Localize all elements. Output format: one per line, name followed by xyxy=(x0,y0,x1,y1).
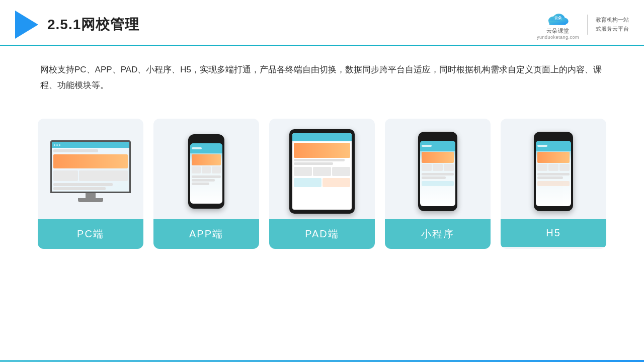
phone-screen xyxy=(190,143,222,204)
h5-screen xyxy=(536,141,571,206)
svg-text:云朵: 云朵 xyxy=(554,16,562,20)
h5-phone xyxy=(534,132,573,211)
header-left: 2.5.1网校管理 xyxy=(15,11,139,39)
h5-image-area xyxy=(501,119,606,219)
tablet-device xyxy=(289,129,355,214)
brand-name: 云朵课堂 xyxy=(546,27,570,35)
phone-notch-mini xyxy=(432,136,443,139)
page-title: 2.5.1网校管理 xyxy=(47,15,139,34)
miniapp-image-area xyxy=(385,119,491,219)
phone-notch-h5 xyxy=(548,136,559,139)
bottom-bar xyxy=(0,360,644,362)
brand-tagline: 教育机构一站 式服务云平台 xyxy=(596,16,629,33)
miniapp-label: 小程序 xyxy=(385,219,491,249)
brand-url: yunduoketang.com xyxy=(537,35,579,40)
miniapp-screen xyxy=(420,141,455,206)
cards-container: PC端 xyxy=(0,104,644,264)
phone-notch xyxy=(201,138,212,141)
miniapp-card: 小程序 xyxy=(385,119,491,249)
h5-card: H5 xyxy=(501,119,606,249)
app-image-area xyxy=(153,119,259,219)
app-phone xyxy=(188,134,224,209)
cloud-icon: 云朵 xyxy=(545,9,571,27)
pad-image-area xyxy=(269,119,375,219)
description-text: 网校支持PC、APP、PAD、小程序、H5，实现多端打通，产品各终端自由切换，数… xyxy=(0,46,644,99)
pc-image-area xyxy=(38,119,143,219)
miniapp-phone xyxy=(418,132,457,211)
pc-card: PC端 xyxy=(38,119,143,249)
app-card: APP端 xyxy=(153,119,259,249)
pc-label: PC端 xyxy=(38,219,143,249)
pad-card: PAD端 xyxy=(269,119,375,249)
h5-label: H5 xyxy=(501,219,606,247)
header-right: 云朵 云朵课堂 yunduoketang.com 教育机构一站 式服务云平台 xyxy=(537,9,629,40)
header: 2.5.1网校管理 云朵 云朵课堂 yunduoketang.com xyxy=(0,0,644,46)
monitor-screen xyxy=(50,140,131,193)
app-label: APP端 xyxy=(153,219,259,249)
pc-monitor xyxy=(50,140,131,202)
svg-rect-3 xyxy=(549,21,566,25)
brand-divider xyxy=(587,15,588,35)
tablet-screen xyxy=(292,133,352,210)
logo-triangle-icon xyxy=(15,11,38,39)
pad-label: PAD端 xyxy=(269,219,375,249)
cloud-logo: 云朵 云朵课堂 yunduoketang.com xyxy=(537,9,579,40)
